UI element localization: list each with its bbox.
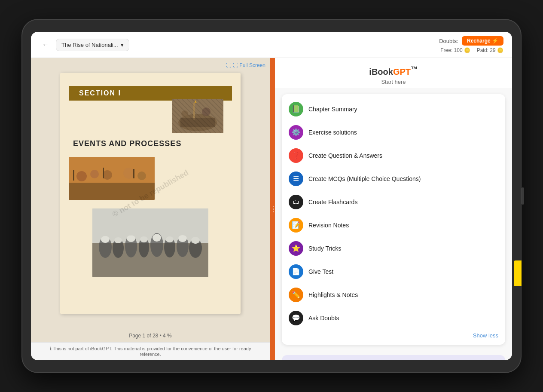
ai-header: iBookGPT™ Start here [275, 58, 512, 89]
page-info: Page 1 of 28 • 4 % [129, 333, 172, 339]
menu-icon-create-mcqs: ☰ [289, 172, 303, 186]
svg-point-10 [90, 170, 99, 178]
fullscreen-label: ⛶ Full Screen [233, 62, 265, 68]
svg-rect-14 [73, 170, 74, 181]
svg-point-28 [101, 236, 110, 243]
menu-icon-exercise-solutions: ⚙️ [289, 125, 303, 140]
brand-gpt: GPT [393, 67, 411, 77]
credits-row: Free: 100 🪙 Paid: 29 🪙 [440, 47, 503, 53]
menu-label-give-test: Give Test [308, 268, 333, 275]
ai-brand: iBookGPT™ [284, 65, 503, 77]
top-bar-right: Doubts: Recharge ⚡ Free: 100 🪙 Paid: 29 … [439, 36, 503, 53]
main-content: ⛶ ⛶ Full Screen © not to be republished … [31, 58, 512, 360]
menu-item-ask-doubts[interactable]: 💬 Ask Doubts [282, 306, 505, 330]
menu-item-chapter-summary[interactable]: 📗 Chapter Summary [282, 98, 505, 121]
fullscreen-button[interactable]: ⛶ ⛶ Full Screen [226, 62, 265, 68]
chat-bubble: achieving a perfect society may be chall… [282, 355, 505, 360]
svg-rect-6 [180, 118, 215, 127]
book-image-battle [69, 157, 155, 200]
brand-ibook: iBook [369, 67, 393, 77]
chapter-dropdown[interactable]: The Rise of Nationali... ▾ [56, 39, 129, 51]
svg-point-1 [178, 114, 217, 131]
doubts-row: Doubts: Recharge ⚡ [439, 36, 503, 46]
svg-point-34 [178, 235, 187, 242]
menu-label-study-tricks: Study Tricks [308, 245, 341, 252]
book-image-historical [172, 99, 223, 133]
top-bar-left: ← The Rise of Nationali... ▾ [40, 39, 129, 51]
menu-card: 📗 Chapter Summary ⚙️ Exercise solutions … [282, 94, 505, 345]
chapter-title: The Rise of Nationali... [61, 42, 118, 48]
menu-label-highlights-notes: Highlights & Notes [308, 291, 358, 298]
menu-item-study-tricks[interactable]: ⭐ Study Tricks [282, 237, 505, 260]
svg-rect-8 [69, 183, 155, 200]
panel-resizer[interactable] [272, 58, 275, 360]
tablet-frame: ← The Rise of Nationali... ▾ Doubts: Rec… [22, 20, 521, 372]
menu-item-revision-notes[interactable]: 📝 Revision Notes [282, 214, 505, 237]
menu-label-revision-notes: Revision Notes [308, 222, 349, 229]
book-title: EVENTS AND PROCESSES [73, 139, 181, 148]
menu-label-create-flashcards: Create Flashcards [308, 199, 357, 205]
chat-area[interactable]: achieving a perfect society may be chall… [275, 350, 512, 360]
disclaimer: ℹ This is not part of iBookGPT. This mat… [31, 342, 270, 360]
free-credits: Free: 100 🪙 [440, 47, 470, 53]
doubts-label: Doubts: [439, 38, 458, 44]
menu-item-create-qa[interactable]: ❓ Create Question & Answers [282, 144, 505, 167]
menu-icon-highlights-notes: ✏️ [289, 288, 303, 302]
svg-point-9 [76, 171, 87, 181]
menu-icon-create-qa: ❓ [289, 148, 303, 163]
menu-label-chapter-summary: Chapter Summary [308, 106, 357, 113]
menu-label-ask-doubts: Ask Doubts [308, 315, 339, 322]
brand-tm: ™ [411, 65, 418, 73]
book-image-crowd [92, 208, 208, 277]
svg-point-4 [181, 110, 188, 117]
menu-item-exercise-solutions[interactable]: ⚙️ Exercise solutions [282, 121, 505, 144]
svg-rect-15 [103, 168, 104, 178]
menu-icon-ask-doubts: 💬 [289, 311, 303, 325]
svg-point-31 [140, 236, 148, 242]
svg-rect-19 [92, 208, 208, 243]
show-less-button[interactable]: Show less [282, 330, 505, 341]
menu-icon-give-test: 📄 [289, 264, 303, 279]
paid-credits: Paid: 29 🪙 [477, 47, 503, 53]
menu-icon-study-tricks: ⭐ [289, 241, 303, 256]
svg-rect-2 [193, 103, 195, 120]
svg-point-13 [137, 172, 146, 180]
book-content: © not to be republished SECTION I [31, 58, 270, 329]
svg-point-30 [127, 235, 135, 242]
back-button[interactable]: ← [40, 39, 52, 51]
svg-point-12 [123, 168, 134, 179]
disclaimer-text: ℹ This is not part of iBookGPT. This mat… [50, 346, 251, 357]
svg-point-29 [114, 237, 122, 243]
book-footer: Page 1 of 28 • 4 % [31, 329, 270, 342]
svg-point-32 [153, 234, 161, 242]
menu-icon-create-flashcards: 🗂 [289, 195, 303, 209]
svg-point-11 [103, 170, 112, 180]
recharge-button[interactable]: Recharge ⚡ [462, 36, 503, 46]
menu-items-container: 📗 Chapter Summary ⚙️ Exercise solutions … [282, 98, 505, 330]
ai-subtitle: Start here [284, 79, 503, 85]
svg-rect-0 [172, 99, 223, 133]
book-panel: ⛶ ⛶ Full Screen © not to be republished … [31, 58, 272, 360]
menu-icon-revision-notes: 📝 [289, 218, 303, 233]
svg-point-35 [191, 237, 200, 244]
fullscreen-icon: ⛶ [226, 62, 231, 68]
menu-item-give-test[interactable]: 📄 Give Test [282, 260, 505, 283]
tablet-screen: ← The Rise of Nationali... ▾ Doubts: Rec… [31, 32, 512, 360]
menu-item-highlights-notes[interactable]: ✏️ Highlights & Notes [282, 283, 505, 306]
svg-marker-3 [194, 100, 197, 103]
drag-dots [273, 206, 274, 212]
svg-point-33 [166, 236, 174, 242]
top-bar: ← The Rise of Nationali... ▾ Doubts: Rec… [31, 32, 512, 58]
menu-label-exercise-solutions: Exercise solutions [308, 129, 357, 136]
menu-item-create-mcqs[interactable]: ☰ Create MCQs (Multiple Choice Questions… [282, 167, 505, 190]
dropdown-chevron: ▾ [121, 42, 124, 48]
menu-icon-chapter-summary: 📗 [289, 102, 303, 116]
menu-label-create-mcqs: Create MCQs (Multiple Choice Questions) [308, 175, 421, 182]
book-page: © not to be republished SECTION I [60, 73, 241, 314]
section-banner: SECTION I [69, 86, 232, 101]
menu-item-create-flashcards[interactable]: 🗂 Create Flashcards [282, 190, 505, 214]
svg-rect-16 [133, 169, 134, 178]
menu-label-create-qa: Create Question & Answers [308, 152, 382, 159]
ai-panel: iBookGPT™ Start here 📗 Chapter Summary ⚙… [275, 58, 512, 360]
svg-point-5 [202, 107, 210, 116]
